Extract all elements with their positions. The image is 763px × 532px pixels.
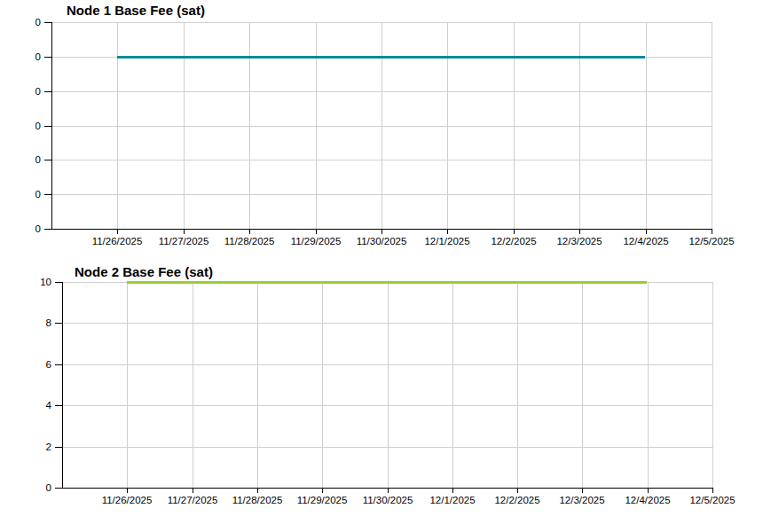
y-tick-mark xyxy=(44,57,51,58)
v-gridline xyxy=(579,22,580,229)
y-tick-label: 6 xyxy=(20,358,51,371)
y-axis-line xyxy=(51,22,52,230)
x-tick-mark xyxy=(117,229,118,234)
y-tick-label: 8 xyxy=(20,317,51,329)
v-gridline xyxy=(514,22,515,229)
v-gridline xyxy=(117,22,118,229)
v-gridline xyxy=(447,22,448,229)
x-tick-label: 11/26/2025 xyxy=(96,494,158,506)
y-tick-mark xyxy=(55,323,62,324)
y-tick-label: 10 xyxy=(20,276,51,288)
y-tick-mark xyxy=(44,194,51,195)
node1-base-fee-chart: Node 1 Base Fee (sat) 000000011/26/20251… xyxy=(0,0,763,259)
y-tick-mark xyxy=(55,488,62,489)
node2-series-line xyxy=(127,281,647,284)
node2-chart-title: Node 2 Base Fee (sat) xyxy=(75,265,213,279)
x-tick-mark xyxy=(712,229,712,234)
y-tick-mark xyxy=(44,22,51,23)
x-tick-label: 12/1/2025 xyxy=(416,235,478,247)
x-tick-mark xyxy=(257,488,258,493)
x-tick-mark xyxy=(447,229,448,234)
y-tick-mark xyxy=(55,447,62,448)
v-gridline xyxy=(249,22,250,229)
y-tick-mark xyxy=(44,126,51,127)
v-gridline xyxy=(712,282,713,488)
x-tick-label: 12/3/2025 xyxy=(548,235,610,247)
node1-chart-title: Node 1 Base Fee (sat) xyxy=(67,4,205,18)
x-tick-label: 12/2/2025 xyxy=(483,235,545,247)
x-tick-mark xyxy=(322,488,323,493)
v-gridline xyxy=(127,282,128,488)
v-gridline xyxy=(388,282,389,488)
v-gridline xyxy=(517,282,518,488)
x-tick-mark xyxy=(127,488,128,493)
x-tick-mark xyxy=(579,229,580,234)
v-gridline xyxy=(646,22,647,229)
x-tick-mark xyxy=(452,488,453,493)
y-tick-label: 0 xyxy=(9,188,41,200)
y-axis-line xyxy=(62,282,63,489)
y-tick-label: 0 xyxy=(9,120,41,132)
x-tick-mark xyxy=(517,488,518,493)
x-tick-mark xyxy=(582,488,583,493)
x-tick-label: 11/26/2025 xyxy=(86,235,148,247)
x-tick-label: 11/29/2025 xyxy=(285,235,347,247)
v-gridline xyxy=(382,22,382,229)
x-tick-label: 12/5/2025 xyxy=(680,235,743,247)
y-tick-label: 0 xyxy=(20,481,51,494)
y-tick-mark xyxy=(44,91,51,92)
x-tick-label: 12/3/2025 xyxy=(551,494,613,506)
x-tick-mark xyxy=(646,229,647,234)
v-gridline xyxy=(582,282,583,488)
x-tick-label: 12/4/2025 xyxy=(617,494,679,506)
y-tick-label: 2 xyxy=(20,441,51,453)
x-tick-mark xyxy=(514,229,515,234)
y-tick-mark xyxy=(44,160,51,160)
x-tick-mark xyxy=(249,229,250,234)
y-tick-label: 0 xyxy=(9,153,41,166)
v-gridline xyxy=(193,282,193,488)
x-tick-label: 12/5/2025 xyxy=(681,494,743,506)
x-tick-mark xyxy=(316,229,317,234)
y-tick-mark xyxy=(55,405,62,406)
v-gridline xyxy=(712,22,712,229)
x-tick-mark xyxy=(648,488,649,493)
v-gridline xyxy=(322,282,323,488)
x-tick-label: 11/30/2025 xyxy=(350,235,413,247)
node2-base-fee-chart: Node 2 Base Fee (sat) 108642011/26/20251… xyxy=(0,259,763,532)
x-tick-mark xyxy=(184,229,185,234)
node1-series-line xyxy=(117,56,645,59)
v-gridline xyxy=(257,282,258,488)
y-tick-mark xyxy=(55,364,62,365)
x-tick-label: 12/2/2025 xyxy=(486,494,548,506)
v-gridline xyxy=(452,282,453,488)
x-tick-label: 11/29/2025 xyxy=(291,494,353,506)
y-tick-label: 4 xyxy=(20,399,51,411)
v-gridline xyxy=(184,22,185,229)
y-tick-label: 0 xyxy=(9,85,41,98)
v-gridline xyxy=(648,282,649,488)
x-tick-label: 12/4/2025 xyxy=(615,235,677,247)
x-tick-label: 11/27/2025 xyxy=(153,235,215,247)
y-tick-label: 0 xyxy=(9,51,41,63)
x-tick-label: 11/28/2025 xyxy=(218,235,280,247)
y-tick-mark xyxy=(44,229,51,230)
charts-page: Node 1 Base Fee (sat) 000000011/26/20251… xyxy=(0,0,763,532)
y-tick-label: 0 xyxy=(9,16,41,28)
y-tick-label: 0 xyxy=(9,223,41,235)
v-gridline xyxy=(316,22,317,229)
y-tick-mark xyxy=(55,282,62,283)
x-tick-mark xyxy=(388,488,389,493)
x-tick-label: 11/28/2025 xyxy=(226,494,288,506)
x-tick-label: 11/27/2025 xyxy=(161,494,224,506)
x-tick-mark xyxy=(193,488,193,493)
x-tick-label: 12/1/2025 xyxy=(421,494,484,506)
x-tick-mark xyxy=(382,229,382,234)
x-tick-mark xyxy=(712,488,713,493)
x-tick-label: 11/30/2025 xyxy=(357,494,419,506)
